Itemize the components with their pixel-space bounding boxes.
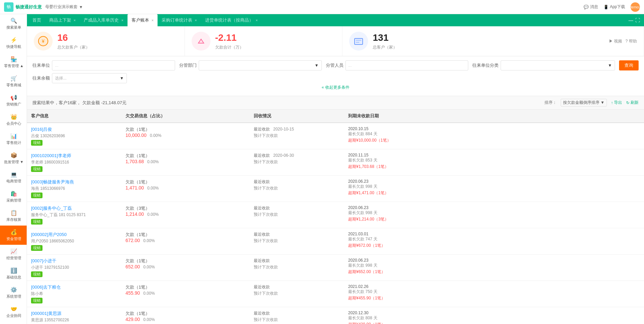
sort-select[interactable]: 按欠款金额倒序排序 ▼: [561, 99, 607, 107]
customer-name-0006[interactable]: [0006]去下粮仓: [31, 284, 117, 290]
td-debt-0007: 欠款（1笔） 652.00 0.00%: [121, 255, 250, 281]
customer-name-0003[interactable]: [0003]畅捷服务尹海燕: [31, 179, 117, 185]
customer-name-000002[interactable]: [000002]用户2050: [31, 232, 117, 238]
stat-card-right: ▶ 视频 ? 帮助: [609, 38, 637, 44]
customer-phone-0006: 陈小希: [31, 291, 117, 297]
source-unit-input[interactable]: ...: [52, 60, 175, 70]
td-due-000001: 2020.12.30 最长欠款 808 天 超期¥429.00（1笔）: [344, 307, 644, 324]
svg-rect-4: [356, 42, 359, 43]
overdue-info-0007[interactable]: 超期¥652.00（1笔）: [348, 269, 640, 275]
tab-customer-account[interactable]: 客户账本 ×: [128, 14, 158, 26]
help-btn[interactable]: ? 帮助: [625, 38, 637, 44]
sidebar-item-member-label: 会员中心: [6, 121, 21, 126]
customer-name-0007[interactable]: [0007]小进干: [31, 258, 117, 264]
table-row: [0016]吕俊 吕俊 13026203696 现销 欠款（1笔） 10,000…: [27, 123, 644, 149]
sidebar-item-system[interactable]: ⚙️ 系统管理: [0, 283, 27, 302]
sidebar-item-purchase[interactable]: 🛍️ 采购管理: [0, 187, 27, 206]
sidebar-item-finance[interactable]: 💰 资金管理: [0, 226, 27, 245]
basic-info-icon: ℹ️: [10, 267, 17, 274]
avatar: demo2: [631, 2, 640, 12]
sidebar-item-basic-info[interactable]: ℹ️ 基础信息: [0, 264, 27, 283]
overdue-info-000001[interactable]: 超期¥429.00（1笔）: [348, 322, 640, 324]
tab-production-history-label: 产成品入库单历史: [84, 17, 119, 23]
app-download-button[interactable]: 📱 App下载: [604, 4, 625, 10]
tabs-max-icon[interactable]: ⛶: [635, 18, 640, 23]
debt-percent-0007: 0.00%: [143, 265, 155, 269]
debt-amount-icon: [192, 32, 211, 51]
company-selector[interactable]: 母婴行业演示账套 ▼: [45, 4, 83, 10]
svg-text:¥: ¥: [41, 38, 45, 44]
sidebar-item-finance-label: 资金管理: [6, 236, 21, 241]
collect-next-0002: 预计下次收款: [254, 212, 340, 217]
sidebar-item-marketing[interactable]: 📢 营销推广: [0, 91, 27, 110]
tab-production-history-close[interactable]: ×: [121, 18, 123, 22]
sidebar-item-enterprise[interactable]: 🤝 企业协同: [0, 302, 27, 322]
customer-name-000001[interactable]: [000001]黄思源: [31, 311, 117, 317]
collapse-button[interactable]: « 收起更多条件: [32, 83, 639, 92]
refresh-label: 刷新: [631, 100, 639, 106]
sidebar-item-retail-mgmt[interactable]: 🏪 零售管理 ▲: [0, 53, 27, 72]
overdue-info-0003[interactable]: 超期¥1,471.00（1笔）: [348, 190, 640, 196]
tab-purchase-order-stats[interactable]: 采购订单统计表 ×: [158, 14, 201, 26]
tab-home[interactable]: 首页: [28, 14, 45, 26]
view-video-btn[interactable]: ▶ 视频: [609, 38, 622, 44]
sidebar-item-quick-nav[interactable]: ⚡ 快捷导航: [0, 33, 27, 53]
td-customer-0002: [0002]服务中心_丁磊 服务中心_丁磊 181 0125 8371 现销: [27, 202, 121, 228]
collect-next-0003: 预计下次收款: [254, 185, 340, 191]
customer-badge-0016: 现销: [31, 140, 43, 146]
sort-arrow: ▼: [600, 100, 605, 105]
sidebar-item-search[interactable]: 🔍 搜索菜单: [0, 14, 27, 33]
refresh-button[interactable]: ↻ 刷新: [626, 100, 639, 106]
sidebar-item-ecommerce[interactable]: 💻 电商管理: [0, 168, 27, 187]
customer-name-0001020001[interactable]: [0001020001]李老师: [31, 153, 117, 159]
overdue-info-0001020001[interactable]: 超期¥1,703.68（1笔）: [348, 164, 640, 170]
manager-input[interactable]: ...: [345, 60, 469, 70]
tab-customer-account-close[interactable]: ×: [151, 18, 153, 22]
overdue-info-000002[interactable]: 超期¥672.00（1笔）: [348, 243, 640, 248]
sidebar-item-retail-mall[interactable]: 🛒 零售商城: [0, 72, 27, 91]
department-select[interactable]: ▼: [199, 60, 322, 70]
debt-count-0016: 欠款（1笔）: [125, 126, 246, 132]
tab-goods-stats[interactable]: 进货单统计表（按商品） ×: [201, 14, 262, 26]
customer-phone-0002: 服务中心_丁磊 181 0125 8371: [31, 212, 117, 218]
main-content: ¥ 16 总欠款客户（家） -2.11: [27, 26, 644, 324]
overdue-info-0002[interactable]: 超期¥1,214.00（3笔）: [348, 216, 640, 222]
sidebar-item-retail-mgmt-label: 零售管理 ▲: [4, 63, 24, 68]
unit-category-select[interactable]: ▼: [501, 60, 615, 70]
user-avatar-button[interactable]: demo2: [631, 2, 640, 12]
customer-name-0002[interactable]: [0002]服务中心_丁磊: [31, 205, 117, 211]
td-debt-0002: 欠款（3笔） 1,214.00 0.00%: [121, 202, 250, 228]
export-button[interactable]: ↑ 导出: [611, 100, 622, 106]
td-debt-0003: 欠款（1笔） 1,471.00 0.00%: [121, 176, 250, 202]
tab-products-off-close[interactable]: ×: [74, 18, 76, 22]
tab-goods-stats-close[interactable]: ×: [256, 18, 258, 22]
debt-count-0003: 欠款（1笔）: [125, 179, 246, 185]
tab-products-off[interactable]: 商品上下架 ×: [45, 14, 80, 26]
sidebar-item-operation[interactable]: 📈 经营管理: [0, 245, 27, 264]
overdue-info-0006[interactable]: 超期¥455.90（1笔）: [348, 295, 640, 301]
export-icon: ↑: [611, 100, 613, 105]
td-customer-000002: [000002]用户2050 用户2050 18665062050 现销: [27, 228, 121, 254]
tabs-min-icon[interactable]: —: [628, 18, 633, 23]
query-button[interactable]: 查询: [619, 60, 639, 70]
sidebar-item-new-guide[interactable]: 📖 新手引导: [0, 322, 27, 324]
sidebar-item-retail-stats[interactable]: 📊 零售统计: [0, 129, 27, 149]
customer-phone-0001020001: 李老师 18600391516: [31, 159, 117, 165]
tab-production-history[interactable]: 产成品入库单历史 ×: [80, 14, 127, 26]
overdue-days-0006: 最长欠款 750 天: [348, 289, 640, 295]
stat-card-debt-customers: ¥ 16 总欠款客户（家）: [27, 26, 185, 56]
sidebar-item-inventory[interactable]: 📋 库存核算: [0, 206, 27, 226]
overdue-info-0016[interactable]: 超期¥10,000.00（1笔）: [348, 138, 640, 143]
debt-amount-0016: 10,000.00: [125, 132, 146, 138]
debt-count-000001: 欠款（1笔）: [125, 311, 246, 317]
td-collect-000001: 最近收款 预计下次收款: [250, 307, 344, 324]
sidebar-item-member[interactable]: 👑 会员中心: [0, 110, 27, 129]
tab-purchase-order-stats-close[interactable]: ×: [195, 18, 197, 22]
td-debt-0001020001: 欠款（1笔） 1,703.68 0.00%: [121, 149, 250, 175]
sidebar-item-wholesale[interactable]: 📦 批发管理 ▼: [0, 149, 27, 168]
message-button[interactable]: 💬 消息: [584, 4, 598, 10]
balance-select[interactable]: 选择... ▼: [52, 73, 127, 83]
overdue-days-0003: 最长欠款 998 天: [348, 184, 640, 189]
top-bar-right: 💬 消息 📱 App下载 demo2: [584, 2, 640, 12]
customer-name-0016[interactable]: [0016]吕俊: [31, 126, 117, 132]
